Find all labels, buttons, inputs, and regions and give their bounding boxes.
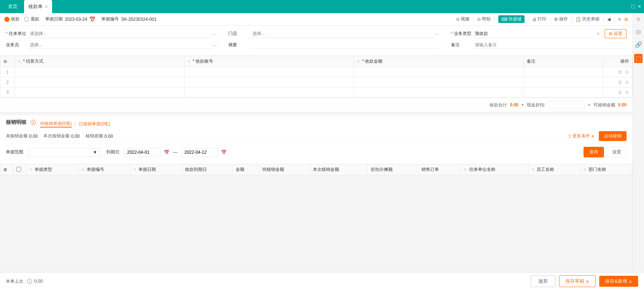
row1-account[interactable] [184, 67, 354, 77]
bth-staff-label: 员工名称 [537, 167, 554, 172]
tab-done[interactable]: 已核销单据(0笔) [79, 121, 110, 127]
shortcut-btn[interactable]: ⌨ 快捷键 [498, 15, 525, 23]
history-icon: 📋 [576, 17, 581, 22]
store-field: 门店 ··· [228, 30, 439, 38]
print-btn[interactable]: 🖨 打印 [532, 16, 546, 22]
unverified-stat: 未核销金额 0.00 [6, 133, 38, 139]
row1-copy-icon[interactable]: ⊕ [625, 69, 629, 75]
panel-icon-1[interactable]: ≡ [637, 16, 640, 23]
partner-input[interactable] [28, 30, 211, 38]
row3-copy-icon[interactable]: ⊕ [625, 90, 629, 95]
panel-icon-2[interactable]: ⊟ [636, 28, 641, 35]
btable-settings-icon[interactable]: ⚙ [3, 167, 7, 172]
bth-doc-date: ⇅ 单据日期 [130, 164, 182, 175]
row3-payment[interactable] [15, 87, 185, 98]
maximize-icon[interactable]: □ [631, 3, 635, 10]
operation-label: 操作 [559, 16, 568, 22]
from-calendar-icon[interactable]: 📅 [164, 150, 169, 155]
tab-pending[interactable]: 待核销单据(0笔) [40, 121, 72, 128]
help-btn[interactable]: ⊙ 帮助 [477, 16, 491, 22]
divider5 [572, 16, 572, 22]
divider1 [473, 16, 474, 22]
bth-dept-label: 部门名称 [589, 167, 606, 172]
store-input[interactable] [250, 30, 433, 38]
row2-amount[interactable] [354, 77, 524, 87]
prev-icon[interactable]: ◀ [607, 17, 610, 22]
current-label: 本次核销金额 [43, 133, 70, 139]
bth-partner: ⇅ 往来单位名称 [461, 164, 529, 175]
settings-button[interactable]: ⚙ 设置 [605, 29, 627, 38]
history-btn[interactable]: 📋 历史单据 [576, 16, 600, 22]
discount-input[interactable] [549, 101, 585, 109]
calc-row: 收款合计 0.00 + 现金折扣: = 可核销金额 0.00 [0, 98, 632, 112]
row1-delete-icon[interactable]: 🗑 [618, 69, 623, 75]
row3-action: 🗑 ⊕ [603, 87, 632, 98]
more-conditions-btn[interactable]: ▽ 更多条件 ∧ [568, 133, 594, 139]
date-value: 2023-03-24 [65, 17, 87, 22]
row3-account[interactable] [184, 87, 354, 98]
row2-account[interactable] [184, 77, 354, 87]
doc-range-select[interactable]: ▼ [28, 148, 101, 157]
panel-icon-3[interactable]: 🔗 [635, 41, 642, 48]
calendar-icon[interactable]: 📅 [89, 16, 95, 22]
biz-type-arrow[interactable]: ▼ [596, 31, 600, 36]
more-conditions-label: 更多条件 [573, 133, 590, 139]
note-input[interactable] [473, 41, 627, 49]
bth-doc-date-label: 单据日期 [138, 167, 156, 172]
to-calendar-icon[interactable]: 📅 [221, 150, 227, 155]
staff-input[interactable] [28, 41, 211, 49]
bth-doc-num: ⇅ 单据编号 [78, 164, 130, 175]
tab-close-icon[interactable]: × [45, 4, 48, 9]
bottom-table: ⚙ ⇅ 单据类型 ⇅ 单据编号 ⇅ 单据日期 [0, 164, 632, 175]
radio-receipt[interactable]: 收款 [4, 16, 20, 22]
th-account: ⇅ * 收款账号 [184, 56, 354, 67]
operation-btn[interactable]: ⚙ 操作 [554, 16, 568, 22]
due-date-label: 到期日 [106, 149, 119, 155]
col-settings-icon[interactable]: ⚙ [3, 59, 7, 64]
radio-refund[interactable]: 退款 [24, 16, 39, 22]
due-date-to[interactable] [181, 148, 217, 157]
row2-payment[interactable] [15, 77, 185, 87]
row3-amount[interactable] [354, 87, 524, 98]
row1-payment[interactable] [15, 67, 185, 77]
window-close-icon[interactable]: × [638, 3, 641, 10]
summary-input[interactable] [250, 41, 439, 49]
row2-delete-icon[interactable]: 🗑 [618, 79, 623, 85]
partner-more-icon[interactable]: ··· [212, 31, 217, 37]
setting-button[interactable]: 设置 [607, 147, 627, 157]
sort-amount-icon: ⇅ [357, 59, 360, 63]
row1-amount[interactable] [354, 67, 524, 77]
help-icon: ⊙ [477, 17, 481, 22]
store-more-icon[interactable]: ··· [435, 31, 439, 37]
staff-more-icon[interactable]: ··· [212, 42, 217, 48]
bth-discount-label: 折扣分摊额 [371, 167, 393, 172]
verify-info-icon[interactable]: i [31, 120, 36, 125]
due-date-from[interactable] [124, 148, 160, 157]
video-btn[interactable]: ⊙ 视频 [456, 16, 470, 22]
section-divider [0, 112, 632, 115]
sort-partner-icon: ⇅ [464, 168, 467, 172]
diff-stat: 核销差额 0.00 [86, 133, 113, 139]
row1-note[interactable] [523, 67, 603, 77]
row2-copy-icon[interactable]: ⊕ [625, 79, 629, 85]
bth-pending-label: 待核销金额 [262, 167, 284, 172]
bth-staff: ⇅ 员工名称 [528, 164, 580, 175]
layout-icon[interactable]: ≡ [618, 17, 621, 22]
query-button[interactable]: 查询 [584, 147, 604, 157]
select-all-checkbox[interactable] [16, 167, 21, 172]
sort-account-icon: ⇅ [188, 59, 191, 63]
doc-type-radio: 收款 退款 [4, 16, 39, 22]
grid-icon[interactable]: ⊞ [624, 17, 628, 22]
receipt-table-section: ⚙ ⇅ * 结算方式 ⇅ * 收款账号 ⇅ * 收款金额 [0, 56, 632, 98]
auto-verify-button[interactable]: 自动核销 [599, 131, 627, 141]
row3-note[interactable] [523, 87, 603, 98]
row3-delete-icon[interactable]: 🗑 [618, 90, 623, 95]
date-label: 单据日期 [45, 16, 63, 22]
row2-note[interactable] [523, 77, 603, 87]
bth-doc-type-label: 单据类型 [35, 167, 52, 172]
verify-tabs: 待核销单据(0笔) | 已核销单据(0笔) [40, 121, 110, 128]
staff-label: 业务员 [6, 42, 28, 48]
panel-icon-4[interactable]: ⬚ [634, 54, 643, 63]
tab-receipt[interactable]: 收款单 × [24, 0, 52, 13]
tab-home[interactable]: 首页 [3, 0, 23, 13]
